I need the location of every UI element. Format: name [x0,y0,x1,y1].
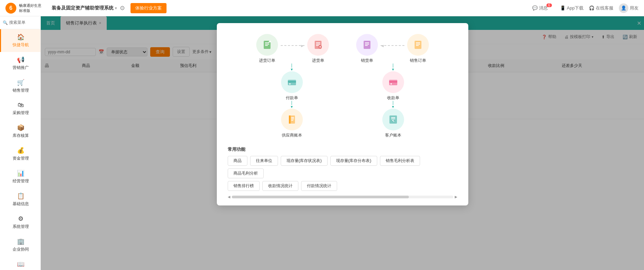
sales-order-node[interactable]: 销售订单 [407,34,429,64]
sidebar-search[interactable]: 🔍 搜索菜单 [0,16,40,29]
customer-ledger-label: 客户账本 [385,132,401,138]
sidebar-item-inventory[interactable]: 📦 库存核算 [0,120,40,143]
purchase-icon: 🛍 [18,102,24,109]
message-badge: 6 [546,3,552,7]
func-buttons-row2: 销售排行榜 收款情况统计 付款情况统计 [228,181,457,191]
scroll-right-arrow[interactable]: ▶ [455,195,457,199]
basic-icon: 📋 [17,192,24,200]
search-icon: 🔍 [3,20,8,25]
message-icon: 💬 [532,5,538,11]
enterprise-icon: 🏢 [17,238,24,245]
inventory-icon: 📦 [17,124,24,131]
quick-nav-modal: 进货订单 进货单 [217,23,468,205]
receipt-bill-label: 收款单 [387,95,399,101]
svg-rect-26 [289,115,291,124]
app-download-item[interactable]: 📱 App下载 [560,5,584,11]
svg-rect-15 [415,41,421,49]
svg-point-24 [390,83,392,85]
receipt-bill-icon [382,71,404,93]
sidebar: 🔍 搜索菜单 🏠 快捷导航 📢 营销推广 🛒 销售管理 🛍 采购管理 📦 库存核… [0,16,41,270]
avatar: 👤 [619,3,628,13]
sidebar-item-basic-info[interactable]: 📋 基础信息 [0,188,40,211]
sidebar-item-new-guide[interactable]: 📖 新手引导 [0,256,40,270]
system-title: 装备及固定资产辅助管理系统 [46,5,114,11]
system-title-dropdown[interactable]: 装备及固定资产辅助管理系统 ▾ [46,5,117,11]
supplier-ledger-icon [281,109,303,130]
customer-ledger-icon [382,109,404,130]
payment-bill-icon [281,71,303,93]
operation-icon: 📊 [17,169,24,177]
modal-scrollbar: ◀ ▶ [228,195,457,199]
service-icon: 🎧 [589,5,594,11]
main-layout: 🔍 搜索菜单 🏠 快捷导航 📢 营销推广 🛒 销售管理 🛍 采购管理 📦 库存核… [0,16,644,270]
func-btn-sales-ranking[interactable]: 销售排行榜 [228,181,260,191]
logo-area: 6 畅康通好生意 标准版 [5,3,46,14]
top-bar: 6 畅康通好生意 标准版 装备及固定资产辅助管理系统 ▾ ⚙ 体验行业方案 💬 … [0,0,644,16]
sidebar-item-enterprise[interactable]: 🏢 企业协同 [0,234,40,256]
logo-icon: 6 [5,3,16,14]
purchase-bill-node[interactable]: 进货单 [307,34,329,64]
sales-order-icon [407,34,429,56]
sidebar-item-marketing[interactable]: 📢 营销推广 [0,52,40,75]
sidebar-item-operation-mgmt[interactable]: 📊 经营管理 [0,165,40,188]
func-btn-payment-stats[interactable]: 付款情况统计 [301,181,337,191]
svg-rect-20 [288,81,296,83]
user-avatar-item[interactable]: 👤 用友 [619,3,639,13]
purchase-bill-icon [307,34,329,56]
modal-overlay: 进货订单 进货单 [41,16,644,270]
svg-rect-11 [364,41,370,49]
func-btn-stock-status[interactable]: 现存量(库存状况表) [281,156,328,166]
sales-bill-label: 销货单 [361,58,373,64]
online-service-item[interactable]: 🎧 在线客服 [589,5,613,11]
experience-button[interactable]: 体验行业方案 [130,3,167,13]
purchase-bill-label: 进货单 [312,58,324,64]
common-funcs-section: 常用功能 商品 往来单位 现存量(库存状况表) 现存量(库存分布表) 销售毛利分… [228,146,457,191]
purchase-order-node[interactable]: 进货订单 [256,34,278,64]
content-area: 首页 销售订单执行表 × ✕ ❓ 帮助 🖨 按模板打印 ▾ [41,16,644,270]
sales-bill-icon [356,34,378,56]
guide-icon: 📖 [17,260,24,268]
func-btn-partner[interactable]: 往来单位 [250,156,278,166]
payment-bill-node[interactable]: 付款单 [281,71,303,101]
scrollbar-thumb [232,196,409,198]
settings-icon[interactable]: ⚙ [120,4,125,12]
logo-text: 畅康通好生意 标准版 [19,3,41,13]
supplier-ledger-node[interactable]: 供应商账本 [281,109,303,138]
sidebar-item-purchase-mgmt[interactable]: 🛍 采购管理 [0,97,40,120]
func-btn-sales-profit-analysis[interactable]: 销售毛利分析表 [380,156,420,166]
supplier-ledger-label: 供应商账本 [282,132,302,138]
purchase-order-label: 进货订单 [259,58,275,64]
payment-bill-label: 付款单 [286,95,298,101]
quick-nav-icon: 🏠 [17,33,24,41]
sales-order-label: 销售订单 [410,58,426,64]
func-buttons-row1: 商品 往来单位 现存量(库存状况表) 现存量(库存分布表) 销售毛利分析表 商品… [228,156,457,178]
system-icon: ⚙ [18,215,23,222]
func-btn-receipt-stats[interactable]: 收款情况统计 [262,181,298,191]
dropdown-icon: ▾ [115,6,117,11]
scrollbar-track[interactable] [232,196,453,198]
message-item[interactable]: 💬 消息 6 [532,5,555,11]
svg-point-21 [289,83,291,85]
scroll-left-arrow[interactable]: ◀ [228,195,230,199]
top-right-area: 💬 消息 6 📱 App下载 🎧 在线客服 👤 用友 [532,3,639,13]
sidebar-item-system-mgmt[interactable]: ⚙ 系统管理 [0,211,40,234]
sidebar-item-sales-mgmt[interactable]: 🛒 销售管理 [0,75,40,97]
customer-ledger-node[interactable]: 客户账本 [382,109,404,138]
sales-bill-node[interactable]: 销货单 [356,34,378,64]
svg-rect-23 [389,81,397,83]
phone-icon: 📱 [560,5,565,11]
marketing-icon: 📢 [17,56,24,64]
func-btn-goods-profit-analysis[interactable]: 商品毛利分析 [228,168,264,178]
func-btn-stock-dist[interactable]: 现存量(库存分布表) [330,156,377,166]
sidebar-item-fund-mgmt[interactable]: 💰 资金管理 [0,143,40,165]
func-btn-goods[interactable]: 商品 [228,156,247,166]
fund-icon: 💰 [17,147,24,154]
sales-icon: 🛒 [17,79,24,86]
receipt-bill-node[interactable]: 收款单 [382,71,404,101]
common-funcs-title: 常用功能 [228,146,457,152]
sidebar-item-quick-nav[interactable]: 🏠 快捷导航 [0,29,40,52]
purchase-order-icon [256,34,278,56]
